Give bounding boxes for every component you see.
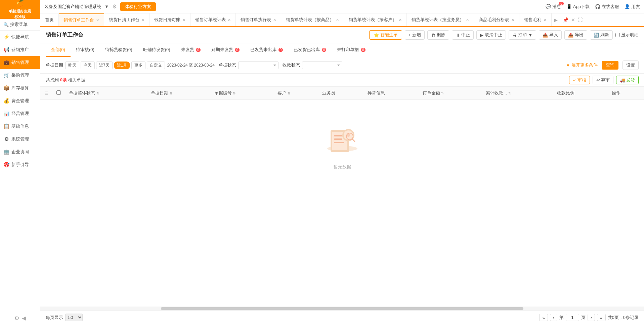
date-1month-btn[interactable]: 近1月	[114, 62, 130, 69]
app-download-btn[interactable]: 📱 App下载	[566, 4, 590, 10]
collapse-icon[interactable]: ◀	[22, 315, 26, 321]
print-button[interactable]: 🖨 打印 ▼	[509, 30, 536, 40]
last-page-btn[interactable]: »	[597, 314, 605, 321]
tab-sales-order[interactable]: 销售订单工作台 ✕	[59, 13, 104, 26]
tab-cash-daily[interactable]: 钱货日清工作台 ✕	[104, 13, 149, 26]
show-detail-input[interactable]	[615, 33, 620, 37]
prev-page-btn[interactable]: ‹	[550, 314, 557, 321]
tab-sales-exec-close[interactable]: ✕	[273, 18, 276, 22]
revoke-button[interactable]: ↩ 弃审	[593, 76, 613, 84]
col-collected[interactable]: 累计收款... ⇅	[482, 87, 553, 100]
tab-sales-summary-product-close[interactable]: ✕	[336, 18, 339, 22]
tab-sales-order-close[interactable]: ✕	[96, 18, 99, 23]
tab-product-margin[interactable]: 商品毛利分析表 ✕	[474, 13, 519, 26]
sidebar-item-inventory[interactable]: 📦 库存核算	[0, 82, 40, 94]
next-page-btn[interactable]: ›	[588, 314, 595, 321]
audit-button[interactable]: ✓ 审核	[569, 76, 590, 84]
tab-cash-reconcile[interactable]: 钱货日清对账 ✕	[149, 13, 190, 26]
sidebar-item-newbie[interactable]: 🎯 新手引导	[0, 158, 40, 171]
tab-sales-stat-close[interactable]: ✕	[228, 18, 231, 22]
subtab-wangpu-ship[interactable]: 旺铺待发货(0)	[138, 43, 176, 57]
tab-sales-exec[interactable]: 销售订单执行表 ✕	[236, 13, 281, 26]
subtab-overdue-ship[interactable]: 到期未发货 0	[206, 43, 245, 57]
search-menu[interactable]: 🔍 搜索菜单	[0, 19, 40, 31]
select-all-checkbox[interactable]	[56, 90, 61, 95]
sidebar-item-purchase[interactable]: 🛒 采购管理	[0, 69, 40, 82]
first-page-btn[interactable]: «	[539, 314, 548, 321]
sidebar-item-system[interactable]: ⚙ 系统管理	[0, 133, 40, 146]
tab-sales-summary-staff-close[interactable]: ✕	[466, 18, 469, 22]
sidebar-item-marketing[interactable]: 📢 营销推广	[0, 43, 40, 56]
export-button[interactable]: 📤 导出	[564, 30, 587, 40]
tab-home[interactable]: 首页	[40, 13, 59, 26]
subtab-not-shipped[interactable]: 未发货 0	[176, 43, 206, 57]
subtab-shipped-not-out[interactable]: 已发货未出库 0	[245, 43, 288, 57]
col-checkbox[interactable]	[52, 87, 65, 100]
date-today-btn[interactable]: 今天	[81, 62, 95, 69]
sidebar-item-quick-nav[interactable]: ⚡ 快捷导航	[0, 31, 40, 43]
sidebar-item-enterprise[interactable]: 🏢 企业协同	[0, 146, 40, 158]
query-button[interactable]: 查询	[602, 61, 618, 70]
tab-expand-icon[interactable]: ⛶	[577, 17, 584, 23]
sort-status-icon: ⇅	[96, 91, 99, 95]
refresh-button[interactable]: 🔄 刷新	[590, 30, 613, 40]
tab-sales-summary-customer-close[interactable]: ✕	[399, 18, 402, 22]
topbar-dropdown[interactable]: ▼	[104, 4, 109, 9]
tab-pin-icon[interactable]: 📌	[562, 17, 569, 23]
date-yesterday-btn[interactable]: 昨天	[65, 62, 79, 69]
page-number-input[interactable]	[566, 314, 579, 321]
audit-icon: ✓	[573, 78, 576, 83]
sidebar-item-label: 新手引导	[11, 162, 29, 168]
status-filter-select[interactable]	[238, 62, 278, 69]
settings-filter-button[interactable]: 设置	[622, 60, 639, 70]
col-exception: 异常信息	[363, 87, 418, 100]
subtab-pending-check[interactable]: 待拣货验货(0)	[100, 43, 138, 57]
tab-sales-profit-close[interactable]: ✕	[544, 18, 547, 22]
tab-cash-reconcile-close[interactable]: ✕	[182, 18, 185, 22]
import-button[interactable]: 📥 导入	[539, 30, 562, 40]
expand-filter-btn[interactable]: ▼ 展开更多条件	[566, 62, 598, 68]
ship-button[interactable]: 🚚 发货	[616, 76, 639, 84]
tab-sales-summary-staff[interactable]: 销货单统计表（按业务员） ✕	[407, 13, 474, 26]
online-service-btn[interactable]: 🎧 在线客服	[595, 4, 619, 10]
industry-solution-button[interactable]: 体验行业方案	[120, 2, 156, 11]
sidebar-item-finance[interactable]: 💰 资金管理	[0, 94, 40, 107]
date-custom-btn[interactable]: 自定义	[147, 62, 165, 69]
col-date[interactable]: 单据日期 ⇅	[147, 87, 210, 100]
payment-filter-select[interactable]	[302, 62, 342, 69]
svg-line-9	[352, 139, 355, 141]
sidebar-item-sales[interactable]: 💼 销售管理	[0, 56, 40, 69]
tab-scroll-right[interactable]: ▶	[552, 13, 560, 26]
cancel-suspend-button[interactable]: ▶ 取消中止	[476, 30, 506, 40]
suspend-button[interactable]: ⏸ 中止	[452, 30, 474, 40]
delete-button[interactable]: 🗑 删除	[427, 30, 449, 40]
user-menu-btn[interactable]: 👤 用友	[625, 4, 640, 10]
col-amount[interactable]: 订单金额 ⇅	[419, 87, 482, 100]
show-detail-checkbox[interactable]: 显示明细	[615, 32, 639, 38]
tab-sales-summary-product[interactable]: 销货单统计表（按商品） ✕	[281, 13, 344, 26]
subtab-all[interactable]: 全部(0)	[46, 43, 71, 57]
settings-icon[interactable]: ⚙	[14, 315, 19, 321]
tab-product-margin-close[interactable]: ✕	[511, 18, 514, 22]
tab-cash-daily-close[interactable]: ✕	[141, 18, 144, 22]
date-7days-btn[interactable]: 近7天	[96, 62, 113, 69]
date-more-btn[interactable]: 更多	[131, 62, 145, 69]
sidebar-item-operations[interactable]: 📊 经营管理	[0, 107, 40, 120]
page-size-select[interactable]: 10 20 50 100	[65, 314, 83, 321]
tab-close-all-icon[interactable]: ✕	[570, 17, 576, 23]
sidebar-item-base-info[interactable]: 📋 基础信息	[0, 120, 40, 133]
subtab-not-printed[interactable]: 未打印单据 0	[332, 43, 371, 57]
message-btn[interactable]: 💬 消息 6	[546, 4, 561, 10]
add-button[interactable]: + 新增	[405, 30, 425, 40]
subtab-pending-review[interactable]: 待审核(0)	[71, 43, 100, 57]
topbar-gear-icon[interactable]: ⚙	[112, 3, 117, 10]
tab-sales-stat[interactable]: 销售订单统计表 ✕	[190, 13, 236, 26]
subtab-shipped-out[interactable]: 已发货已出库 0	[288, 43, 332, 57]
tab-sales-profit[interactable]: 销售毛利 ✕	[519, 13, 552, 26]
smart-create-button[interactable]: ⭐ 智能生单	[369, 30, 402, 40]
horizontal-scrollbar[interactable]	[40, 307, 644, 311]
col-number[interactable]: 单据编号 ⇅	[210, 87, 273, 100]
col-customer[interactable]: 客户 ⇅	[273, 87, 318, 100]
col-status[interactable]: 单据整体状态 ⇅	[65, 87, 147, 100]
tab-sales-summary-customer[interactable]: 销货单统计表（按客户） ✕	[344, 13, 407, 26]
